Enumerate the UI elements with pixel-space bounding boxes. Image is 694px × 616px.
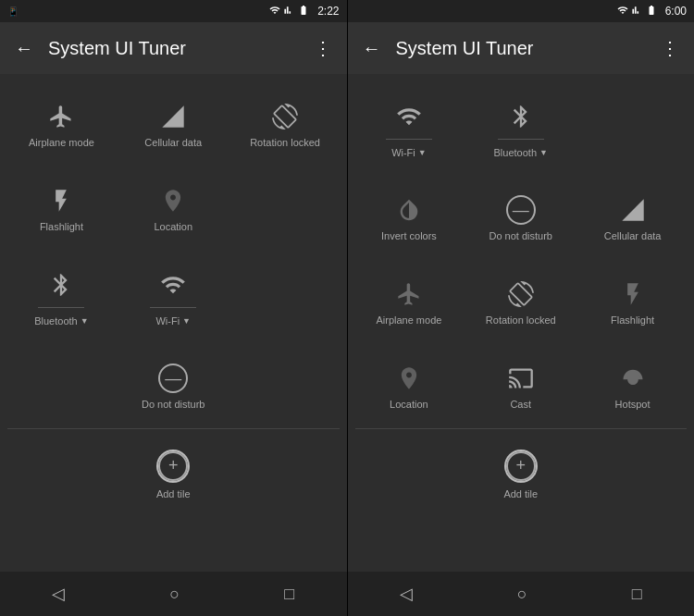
tile-rotation[interactable]: Rotation locked xyxy=(231,89,340,158)
airplane2-icon xyxy=(394,279,424,309)
wifi2-dropdown-arrow: ▼ xyxy=(418,148,427,157)
bottom-bars: ◁ ○ □ ◁ ○ □ xyxy=(0,572,694,616)
tile-flashlight[interactable]: Flashlight xyxy=(7,173,116,242)
bluetooth-label: Bluetooth xyxy=(34,315,77,326)
wifi2-icon xyxy=(394,102,424,131)
airplane2-label: Airplane mode xyxy=(376,314,441,326)
more-button-right[interactable]: ⋮ xyxy=(661,37,679,59)
wifi2-divider xyxy=(386,139,432,140)
tile-cellular2[interactable]: Cellular data xyxy=(578,182,687,252)
back-button-left[interactable]: ← xyxy=(15,38,33,59)
tile-add2[interactable]: + Add tile xyxy=(466,437,575,510)
empty-r1 xyxy=(578,89,687,167)
dnd-circle: — xyxy=(158,363,188,393)
add2-circle: + xyxy=(506,451,536,481)
airplane-icon xyxy=(46,102,76,131)
tile-bluetooth[interactable]: Bluetooth ▼ xyxy=(7,257,116,336)
app-bar-left: ← System UI Tuner ⋮ xyxy=(0,22,347,74)
location2-icon xyxy=(394,363,424,393)
cellular-label: Cellular data xyxy=(144,137,202,149)
empty-r3 xyxy=(578,437,687,510)
tile-flashlight2[interactable]: Flashlight xyxy=(578,266,687,336)
back-button-right[interactable]: ← xyxy=(363,38,381,59)
spacer-r3 xyxy=(355,339,688,347)
tile-location[interactable]: Location xyxy=(119,173,228,242)
tile-location2[interactable]: Location xyxy=(355,351,464,420)
dnd2-label: Do not disturb xyxy=(490,230,552,242)
bottom-nav-right: ◁ ○ □ xyxy=(348,572,695,616)
hotspot-label: Hotspot xyxy=(615,399,651,411)
flashlight2-icon xyxy=(618,279,648,309)
invert-icon xyxy=(394,195,424,225)
flashlight-icon xyxy=(46,186,76,216)
wifi-label: Wi-Fi xyxy=(155,315,180,326)
tile-hotspot[interactable]: Hotspot xyxy=(578,351,687,420)
empty2 xyxy=(231,257,340,336)
app-title-left: System UI Tuner xyxy=(48,38,299,59)
tile-wifi2[interactable]: Wi-Fi ▼ xyxy=(355,89,464,167)
wifi2-label-row: Wi-Fi ▼ xyxy=(391,147,427,158)
status-time-left: 2:22 xyxy=(317,5,339,18)
tile-add[interactable]: + Add tile xyxy=(119,437,228,510)
add-circle: + xyxy=(158,451,188,481)
rotation-label: Rotation locked xyxy=(250,137,320,149)
status-time-right: 6:00 xyxy=(665,5,687,18)
status-bar-right: 6:00 xyxy=(347,0,695,22)
back-nav-left[interactable]: ◁ xyxy=(37,576,80,611)
recent-nav-right[interactable]: □ xyxy=(617,577,657,611)
dnd-label: Do not disturb xyxy=(142,399,204,411)
back-nav-right[interactable]: ◁ xyxy=(385,576,428,611)
rotation-icon xyxy=(270,102,300,131)
section-divider-left xyxy=(7,428,340,429)
tile-bluetooth2[interactable]: Bluetooth ▼ xyxy=(466,89,575,167)
add-icon: + xyxy=(156,450,190,483)
empty6 xyxy=(231,437,340,510)
spacer-r1 xyxy=(355,171,688,179)
rotation2-icon xyxy=(506,279,536,309)
hotspot-icon xyxy=(618,363,648,393)
cellular2-icon xyxy=(618,195,648,225)
dnd-icon: — xyxy=(158,363,188,393)
empty3 xyxy=(7,351,116,420)
tiles-grid-right: Wi-Fi ▼ Bluetooth ▼ xyxy=(355,89,688,510)
cast-label: Cast xyxy=(510,399,531,411)
bluetooth2-label: Bluetooth xyxy=(494,147,537,158)
flashlight-label: Flashlight xyxy=(40,221,83,233)
tile-airplane2[interactable]: Airplane mode xyxy=(355,266,464,336)
tile-cast[interactable]: Cast xyxy=(466,351,575,420)
spacer1 xyxy=(7,162,340,169)
tile-dnd[interactable]: — Do not disturb xyxy=(119,351,228,420)
bluetooth2-dropdown-arrow: ▼ xyxy=(539,148,548,157)
tile-cellular[interactable]: Cellular data xyxy=(119,89,228,158)
more-button-left[interactable]: ⋮ xyxy=(314,37,332,59)
tiles-container-left: Airplane mode Cellular data Rotation loc… xyxy=(0,74,347,572)
status-battery-left xyxy=(297,5,310,18)
status-wifi-icon-left xyxy=(269,5,280,18)
home-nav-left[interactable]: ○ xyxy=(155,577,194,611)
tile-airplane[interactable]: Airplane mode xyxy=(7,89,116,158)
empty5 xyxy=(7,437,116,510)
status-battery-right xyxy=(645,5,658,18)
dnd2-icon: — xyxy=(506,195,536,225)
bluetooth-dropdown-arrow: ▼ xyxy=(81,316,89,326)
home-nav-right[interactable]: ○ xyxy=(502,577,542,611)
tile-wifi[interactable]: Wi-Fi ▼ xyxy=(119,257,228,336)
location2-label: Location xyxy=(390,399,428,411)
tile-rotation2[interactable]: Rotation locked xyxy=(466,266,575,336)
screen-left: ← System UI Tuner ⋮ Airplane mode Cellul… xyxy=(0,22,348,572)
cellular2-label: Cellular data xyxy=(604,230,662,242)
rotation2-label: Rotation locked xyxy=(486,314,556,326)
recent-nav-left[interactable]: □ xyxy=(269,577,309,611)
tile-dnd2[interactable]: — Do not disturb xyxy=(466,182,575,252)
wifi-label-row: Wi-Fi ▼ xyxy=(155,315,191,326)
app-bar-right: ← System UI Tuner ⋮ xyxy=(348,22,695,74)
section-divider-right xyxy=(355,428,688,429)
flashlight2-label: Flashlight xyxy=(611,314,654,326)
bluetooth2-label-row: Bluetooth ▼ xyxy=(494,147,548,158)
invert-label: Invert colors xyxy=(381,230,437,242)
dnd2-circle: — xyxy=(506,195,536,225)
wifi-dropdown-arrow: ▼ xyxy=(182,316,191,326)
bluetooth-icon xyxy=(46,270,76,300)
wifi-divider xyxy=(150,307,196,308)
tile-invert[interactable]: Invert colors xyxy=(355,182,464,252)
